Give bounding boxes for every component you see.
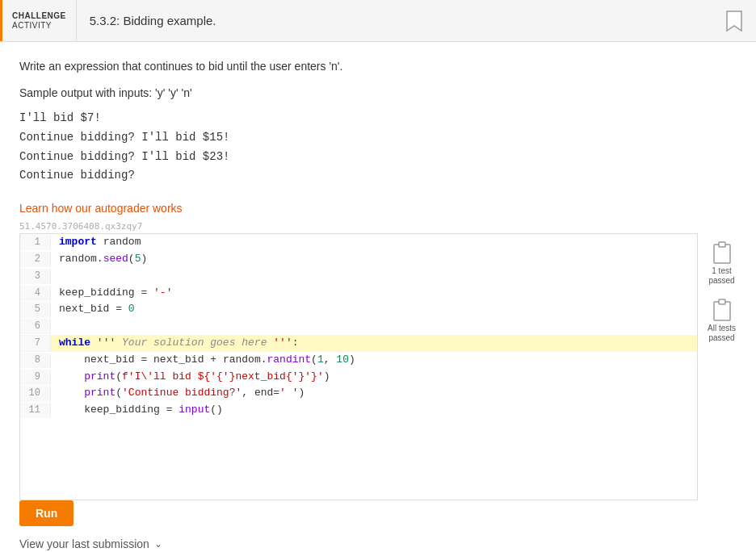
code-lines: 1 import random 2 random.seed(5) 3 4 kee… xyxy=(20,234,697,500)
code-line: 1 import random xyxy=(20,234,697,251)
code-line-highlighted: 7 while ''' Your solution goes here ''': xyxy=(20,335,697,352)
bookmark-icon[interactable] xyxy=(725,10,743,32)
code-line: 9 print(f'I\'ll bid ${'{'}next_bid{'}'}'… xyxy=(20,369,697,386)
code-line: 5 next_bid = 0 xyxy=(20,301,697,318)
code-line: 8 next_bid = next_bid + random.randint(1… xyxy=(20,352,697,369)
badge-all-clipboard-icon xyxy=(713,299,731,321)
badge-all-tests: All testspassed xyxy=(708,299,736,343)
badge-all-tests-label: All testspassed xyxy=(708,324,736,343)
sample-line-3: Continue bidding? I'll bid $23! xyxy=(19,148,737,167)
view-submission[interactable]: View your last submission ⌄ xyxy=(19,537,737,552)
learn-link[interactable]: Learn how our autograder works xyxy=(19,202,183,215)
svg-rect-3 xyxy=(719,299,725,304)
badge-clipboard-icon xyxy=(713,241,731,264)
run-button[interactable]: Run xyxy=(19,500,74,526)
code-file-id: 51.4570.3706408.qx3zqy7 xyxy=(19,221,737,232)
code-line: 10 print('Continue bidding?', end=' ') xyxy=(20,385,697,402)
activity-label: ACTIVITY xyxy=(12,21,66,31)
main-content: Write an expression that continues to bi… xyxy=(0,42,756,552)
challenge-label-block: CHALLENGE ACTIVITY xyxy=(0,0,76,41)
code-line: 3 xyxy=(20,268,697,285)
sample-line-1: I'll bid $7! xyxy=(19,109,737,128)
badge-1-test-label: 1 testpassed xyxy=(708,266,734,286)
chevron-down-icon: ⌄ xyxy=(154,538,162,550)
sample-line-2: Continue bidding? I'll bid $15! xyxy=(19,128,737,148)
code-line: 4 keep_bidding = '-' xyxy=(20,285,697,302)
badge-1-test: 1 testpassed xyxy=(708,241,734,286)
sample-output-block: I'll bid $7! Continue bidding? I'll bid … xyxy=(19,109,737,186)
editor-container: 1 import random 2 random.seed(5) 3 4 kee… xyxy=(19,233,737,500)
view-submission-label: View your last submission xyxy=(19,537,149,550)
code-line-empty xyxy=(20,419,697,500)
right-badges: 1 testpassed All testspassed xyxy=(698,233,736,500)
bookmark-icon-container[interactable] xyxy=(712,0,756,41)
header-title: 5.3.2: Bidding example. xyxy=(76,0,712,41)
challenge-label: CHALLENGE xyxy=(12,11,66,21)
code-line: 6 xyxy=(20,318,697,335)
svg-rect-1 xyxy=(719,242,725,247)
code-editor[interactable]: 1 import random 2 random.seed(5) 3 4 kee… xyxy=(19,233,698,500)
header-bar: CHALLENGE ACTIVITY 5.3.2: Bidding exampl… xyxy=(0,0,756,42)
sample-line-4: Continue bidding? xyxy=(19,166,737,186)
sample-output-label: Sample output with inputs: 'y' 'y' 'n' xyxy=(19,86,737,99)
code-line: 2 random.seed(5) xyxy=(20,251,697,268)
description-text: Write an expression that continues to bi… xyxy=(19,58,737,75)
code-line: 11 keep_bidding = input() xyxy=(20,402,697,419)
